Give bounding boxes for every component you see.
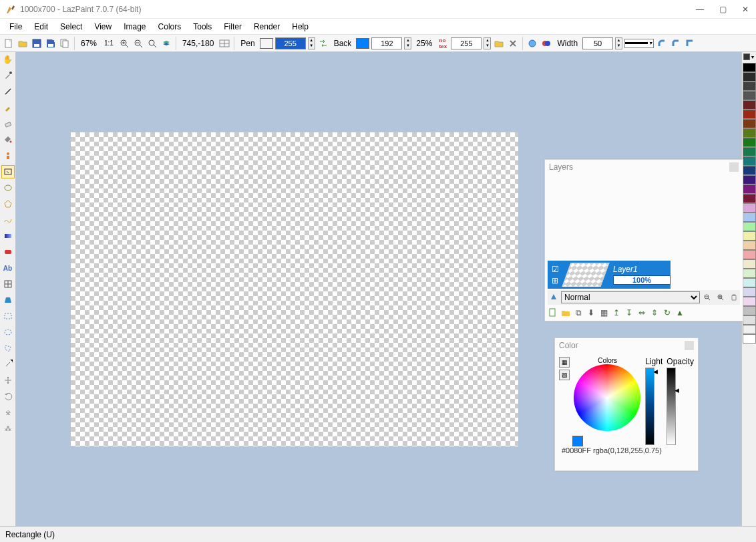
- copy-icon[interactable]: [59, 37, 71, 49]
- palette-swatch[interactable]: [743, 222, 756, 231]
- blend-icon[interactable]: [548, 291, 560, 303]
- join-bevel-icon[interactable]: [670, 37, 682, 49]
- layer-opacity[interactable]: 100%: [613, 275, 671, 285]
- save-icon[interactable]: [31, 37, 43, 49]
- layer-zoom-out-icon[interactable]: [701, 291, 713, 303]
- palette-swatch[interactable]: [743, 250, 756, 259]
- layer-visible-icon[interactable]: ☑: [552, 265, 559, 274]
- color-panel-header[interactable]: Color: [555, 338, 698, 353]
- layer-hflip-icon[interactable]: ⇔: [636, 307, 647, 318]
- select-poly-icon[interactable]: [1, 342, 15, 355]
- menu-render[interactable]: Render: [248, 21, 285, 33]
- zoom-fit-icon[interactable]: [146, 37, 158, 49]
- palette-swatch[interactable]: [743, 306, 756, 315]
- color-wheel[interactable]: Colors: [574, 357, 641, 445]
- clone-tool-icon[interactable]: [1, 149, 15, 162]
- layer-misc-icon[interactable]: ▲: [675, 307, 685, 318]
- layer-item[interactable]: ☑⊞ Layer1 100%: [548, 261, 671, 289]
- palette-swatch[interactable]: [743, 138, 756, 147]
- open-folder-icon[interactable]: [17, 37, 29, 49]
- rectangle-tool-icon[interactable]: [1, 165, 15, 178]
- palette-swatch[interactable]: [743, 82, 756, 91]
- join-miter-icon[interactable]: [684, 37, 696, 49]
- effects-icon1[interactable]: ※: [1, 406, 15, 419]
- layer-thumbnail[interactable]: [562, 263, 609, 287]
- menu-image[interactable]: Image: [118, 21, 151, 33]
- palette-swatch[interactable]: [743, 175, 756, 184]
- layers-panel[interactable]: Layers ☑⊞ Layer1 100% Normal: [544, 159, 743, 321]
- layer-lock-icon[interactable]: ⊞: [552, 276, 558, 285]
- shape-mode2-icon[interactable]: [540, 37, 552, 49]
- layer-zoom-in-icon[interactable]: [715, 291, 727, 303]
- layers-close-icon[interactable]: [729, 162, 739, 172]
- palette-swatch[interactable]: [743, 63, 756, 72]
- back-color-swatch[interactable]: [356, 38, 369, 49]
- save-as-icon[interactable]: +: [45, 37, 57, 49]
- maximize-button[interactable]: ▢: [717, 5, 728, 14]
- opacity-slider[interactable]: ◀: [667, 368, 676, 445]
- palette-drop-icon[interactable]: ▼: [751, 55, 755, 59]
- palette-swatch[interactable]: [743, 110, 756, 119]
- line-style-selector[interactable]: ▼: [624, 39, 654, 48]
- tex-spinner[interactable]: ▲▼: [484, 37, 491, 49]
- hand-tool-icon[interactable]: ✋: [1, 53, 15, 66]
- palette-swatch[interactable]: [743, 213, 756, 222]
- curve-tool-icon[interactable]: [1, 213, 15, 227]
- deform-tool-icon[interactable]: [1, 277, 15, 291]
- ratio-label[interactable]: 1:1: [102, 39, 116, 47]
- pen-spinner[interactable]: ▲▼: [308, 37, 315, 49]
- canvas-area[interactable]: Layers ☑⊞ Layer1 100% Normal: [16, 52, 741, 526]
- layer-open-icon[interactable]: [560, 307, 571, 318]
- gradient-tool-icon[interactable]: [1, 229, 15, 243]
- perspective-tool-icon[interactable]: [1, 293, 15, 307]
- tex-value-input[interactable]: [451, 37, 482, 49]
- menu-view[interactable]: View: [89, 21, 117, 33]
- grid-toggle-icon[interactable]: [218, 37, 230, 49]
- rotate-selection-icon[interactable]: [1, 390, 15, 403]
- pen-swap-icon[interactable]: [317, 37, 329, 49]
- texture-open-icon[interactable]: [493, 37, 505, 49]
- palette-swatch[interactable]: [743, 184, 756, 194]
- color-picker-tool-icon[interactable]: [1, 69, 15, 82]
- lightness-slider[interactable]: ◀: [645, 368, 654, 445]
- brush-tool-icon[interactable]: [1, 101, 15, 114]
- palette-swatch[interactable]: [743, 241, 756, 250]
- palette-swatch[interactable]: [743, 231, 756, 241]
- color-close-icon[interactable]: [685, 341, 694, 350]
- layer-raster-icon[interactable]: ▦: [598, 307, 609, 318]
- palette-swatch[interactable]: [743, 325, 756, 334]
- close-button[interactable]: ✕: [740, 5, 751, 14]
- color-remove-icon[interactable]: ▨: [559, 370, 570, 380]
- palette-swatch[interactable]: [743, 269, 756, 278]
- no-texture-icon[interactable]: notex: [437, 37, 449, 49]
- palette-swatch[interactable]: [743, 91, 756, 100]
- layer-new-icon[interactable]: [548, 307, 558, 318]
- palette-swatch[interactable]: [743, 278, 756, 287]
- menu-file[interactable]: File: [4, 21, 27, 33]
- shape-mode1-icon[interactable]: [526, 37, 538, 49]
- menu-tools[interactable]: Tools: [188, 21, 217, 33]
- current-color-swatch[interactable]: [572, 436, 583, 446]
- width-spinner[interactable]: ▲▼: [615, 37, 622, 49]
- zoom-in-icon[interactable]: [118, 37, 130, 49]
- move-selection-icon[interactable]: [1, 374, 15, 387]
- color-add-icon[interactable]: ▦: [559, 357, 570, 368]
- effects-icon2[interactable]: ⁂: [1, 422, 15, 435]
- palette-swatch[interactable]: [743, 315, 756, 325]
- palette-swatch[interactable]: [743, 287, 756, 297]
- width-input[interactable]: [582, 37, 613, 49]
- new-file-icon[interactable]: [3, 37, 15, 49]
- canvas[interactable]: [71, 132, 518, 446]
- fill-tool-icon[interactable]: [1, 133, 15, 146]
- palette-swatch[interactable]: [743, 334, 756, 344]
- palette-swatch[interactable]: [743, 72, 756, 82]
- select-ellipse-icon[interactable]: [1, 325, 15, 339]
- menu-select[interactable]: Select: [55, 21, 87, 33]
- layer-dup-icon[interactable]: ⧉: [573, 307, 584, 318]
- palette-swatch[interactable]: [743, 100, 756, 110]
- join-round-icon[interactable]: [656, 37, 668, 49]
- menu-filter[interactable]: Filter: [218, 21, 247, 33]
- menu-colors[interactable]: Colors: [153, 21, 187, 33]
- texture-clear-icon[interactable]: [507, 37, 519, 49]
- menu-help[interactable]: Help: [287, 21, 314, 33]
